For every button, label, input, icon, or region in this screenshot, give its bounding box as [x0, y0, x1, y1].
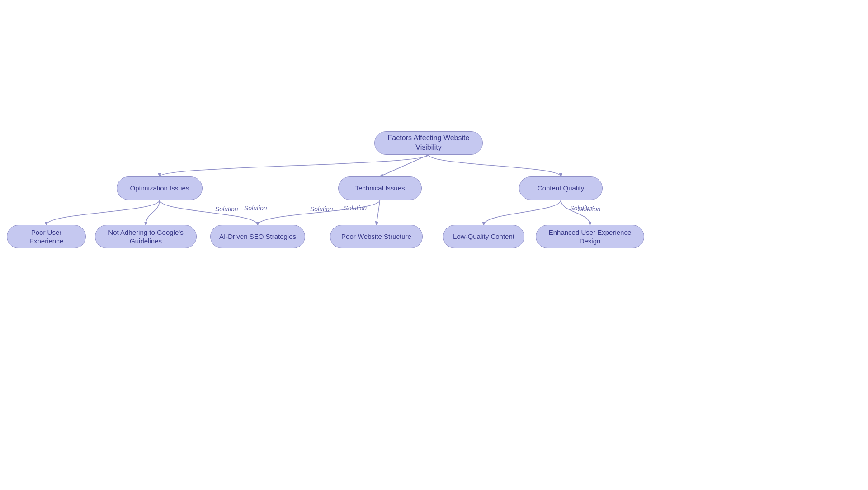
optimization-issues-label: Optimization Issues [130, 184, 189, 193]
solution-label-2: Solution [310, 205, 333, 213]
svg-text:Solution: Solution [244, 205, 267, 212]
ai-driven-label: AI-Driven SEO Strategies [219, 232, 296, 241]
root-label: Factors Affecting Website Visibility [383, 133, 474, 152]
optimization-issues-node: Optimization Issues [117, 176, 203, 200]
not-adhering-node: Not Adhering to Google's Guidelines [95, 225, 197, 248]
poor-website-structure-node: Poor Website Structure [330, 225, 423, 248]
low-quality-content-label: Low-Quality Content [453, 232, 514, 241]
content-quality-node: Content Quality [519, 176, 603, 200]
low-quality-content-node: Low-Quality Content [443, 225, 524, 248]
content-quality-label: Content Quality [538, 184, 584, 193]
technical-issues-node: Technical Issues [338, 176, 422, 200]
solution-label-1: Solution [215, 205, 238, 213]
enhanced-ux-label: Enhanced User Experience Design [544, 228, 636, 246]
svg-text:Solution: Solution [344, 205, 367, 212]
not-adhering-label: Not Adhering to Google's Guidelines [104, 228, 188, 246]
technical-issues-label: Technical Issues [355, 184, 405, 193]
diagram-container: SolutionSolutionSolution Factors Affecti… [0, 0, 868, 490]
root-node: Factors Affecting Website Visibility [374, 131, 483, 155]
enhanced-ux-node: Enhanced User Experience Design [536, 225, 644, 248]
poor-website-structure-label: Poor Website Structure [341, 232, 411, 241]
poor-user-experience-node: Poor User Experience [7, 225, 86, 248]
solution-label-3: Solution [578, 205, 601, 213]
poor-user-experience-label: Poor User Experience [15, 228, 77, 246]
ai-driven-node: AI-Driven SEO Strategies [210, 225, 305, 248]
